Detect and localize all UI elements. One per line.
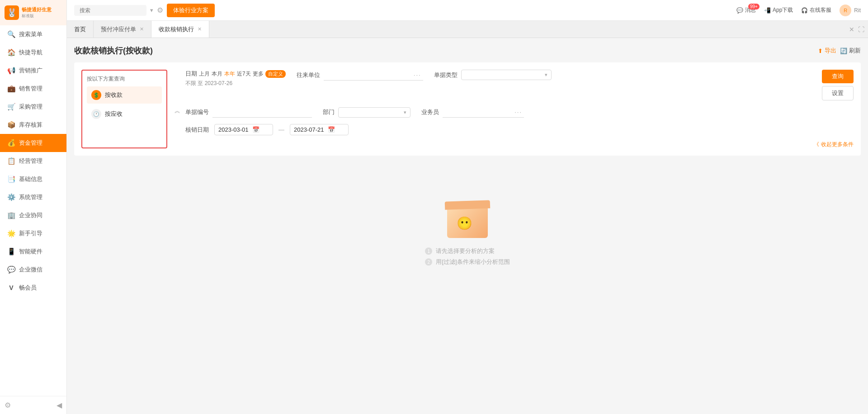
- app-download-btn[interactable]: 📲 App下载: [764, 6, 793, 14]
- doctype-select[interactable]: ▾: [461, 70, 552, 80]
- sidebar-item-label: 企业协同: [19, 211, 42, 219]
- tab-maximize-icon[interactable]: ⛶: [858, 26, 864, 33]
- purchase-icon: 🛒: [7, 103, 15, 111]
- salesperson-input[interactable]: ···: [443, 107, 524, 118]
- user-name: Rit: [854, 7, 861, 14]
- collapse-sidebar-icon[interactable]: ◀: [57, 401, 62, 409]
- sidebar-item-label: 销售管理: [19, 85, 42, 93]
- date-link-last-month[interactable]: 上月: [199, 70, 210, 78]
- industry-btn[interactable]: 体验行业方案: [167, 4, 215, 17]
- sidebar-item-label: 基础信息: [19, 175, 42, 183]
- sidebar-item-label: 系统管理: [19, 193, 42, 201]
- home-icon: 🏠: [7, 48, 15, 57]
- doctype-arrow-icon: ▾: [545, 72, 547, 78]
- sidebar-item-purchase[interactable]: 🛒 采购管理: [0, 98, 66, 116]
- filter-panel: 按以下方案查询 💲 按收款 🕐 按应收 《: [74, 62, 861, 156]
- settings-bottom-icon[interactable]: ⚙: [5, 401, 11, 409]
- settings-button[interactable]: 设置: [822, 86, 854, 100]
- filter-by-receipt[interactable]: 💲 按收款: [87, 86, 162, 104]
- empty-step-1: 1 请先选择要分析的方案: [425, 247, 509, 255]
- verify-date-to-value: 2023-07-21: [294, 126, 324, 133]
- page-title: 收款核销执行(按收款): [74, 45, 153, 56]
- sidebar-item-quick-nav[interactable]: 🏠 快捷导航: [0, 43, 66, 62]
- filter-row-3: 核销日期 2023-03-01 📅 — 2023-07-21 📅: [185, 124, 854, 135]
- sidebar-item-search[interactable]: 🔍 搜索菜单: [0, 25, 66, 43]
- sidebar-item-member[interactable]: V 畅会员: [0, 279, 66, 297]
- header-gear-icon[interactable]: ⚙: [157, 6, 163, 14]
- export-label: 导出: [825, 47, 836, 55]
- sidebar-item-wechat[interactable]: 💬 企业微信: [0, 261, 66, 279]
- sidebar-item-ops[interactable]: 📋 经营管理: [0, 152, 66, 170]
- online-service-btn[interactable]: 🎧 在线客服: [801, 6, 831, 14]
- filter-doctype-field: 单据类型 ▾: [434, 70, 552, 80]
- date-link-7days[interactable]: 近7天: [237, 70, 251, 78]
- tab-close-window-icon[interactable]: ✕: [849, 26, 854, 33]
- tab-actions: ✕ ⛶: [845, 26, 868, 33]
- wechat-icon: 💬: [7, 266, 15, 274]
- tab-prepay-close-icon[interactable]: ✕: [140, 26, 144, 32]
- tab-receipt-verify-close-icon[interactable]: ✕: [198, 26, 202, 32]
- main-area: ▾ ⚙ 体验行业方案 💬 消息 99+ 📲 App下载 🎧 在线客服 R Rit: [67, 0, 868, 414]
- company-search-input[interactable]: [74, 5, 146, 16]
- message-icon: 💬: [736, 7, 743, 14]
- tab-bar: 首页 预付冲应付单 ✕ 收款核销执行 ✕ ✕ ⛶: [67, 21, 868, 38]
- header-right: 💬 消息 99+ 📲 App下载 🎧 在线客服 R Rit: [736, 5, 861, 16]
- filter-date-label-row: 日期 上月 本月 本年 近7天 更多 自定义: [185, 70, 286, 78]
- sidebar-item-sales[interactable]: 💼 销售管理: [0, 80, 66, 98]
- page-title-actions: ⬆ 导出 🔄 刷新: [818, 47, 861, 55]
- tab-home[interactable]: 首页: [67, 21, 94, 38]
- message-badge[interactable]: 💬 消息 99+: [736, 6, 756, 14]
- verify-date-to-input[interactable]: 2023-07-21 📅: [290, 124, 349, 135]
- sidebar-item-finance[interactable]: 💰 资金管理: [0, 134, 66, 152]
- empty-box-lid: [445, 200, 491, 209]
- finance-icon: 💰: [7, 139, 15, 147]
- counterpart-input[interactable]: ···: [324, 70, 423, 81]
- doctype-label: 单据类型: [434, 71, 458, 79]
- app-logo: 🐰 畅捷通好生意 标准版: [0, 0, 66, 25]
- date-label: 日期: [185, 70, 197, 78]
- sidebar-item-base[interactable]: 📑 基础信息: [0, 170, 66, 188]
- collapse-arrow-icon: 《: [814, 141, 819, 148]
- tab-receipt-verify-label: 收款核销执行: [159, 25, 194, 33]
- service-icon: 🎧: [801, 7, 808, 14]
- sidebar-item-label: 智能硬件: [19, 247, 42, 256]
- cal-to-icon: 📅: [328, 126, 335, 133]
- member-icon: V: [7, 284, 15, 291]
- counterpart-label: 往来单位: [297, 71, 320, 79]
- dept-select[interactable]: ▾: [338, 107, 410, 118]
- filter-option-panel: 按以下方案查询 💲 按收款 🕐 按应收: [81, 70, 167, 148]
- docno-input[interactable]: [212, 107, 312, 118]
- sidebar-item-marketing[interactable]: 📢 营销推广: [0, 62, 66, 80]
- verify-date-from-input[interactable]: 2023-03-01 📅: [214, 124, 273, 135]
- panel-collapse-btn[interactable]: 《: [173, 70, 182, 148]
- date-link-more[interactable]: 更多: [253, 70, 264, 78]
- sidebar-item-inventory[interactable]: 📦 库存核算: [0, 116, 66, 134]
- tab-prepay[interactable]: 预付冲应付单 ✕: [94, 21, 151, 38]
- dropdown-arrow-icon[interactable]: ▾: [150, 7, 153, 14]
- sidebar-item-label: 经营管理: [19, 157, 42, 165]
- date-link-this-year[interactable]: 本年: [224, 70, 235, 78]
- date-link-this-month[interactable]: 本月: [212, 70, 222, 78]
- inventory-icon: 📦: [7, 121, 15, 129]
- user-area[interactable]: R Rit: [840, 5, 861, 16]
- export-button[interactable]: ⬆ 导出: [818, 47, 836, 55]
- empty-face: 😶: [457, 216, 472, 231]
- sidebar-item-hardware[interactable]: 📱 智能硬件: [0, 243, 66, 261]
- sidebar-item-system[interactable]: ⚙️ 系统管理: [0, 188, 66, 206]
- query-button[interactable]: 查询: [822, 70, 854, 83]
- sidebar-item-enterprise[interactable]: 🏢 企业协同: [0, 206, 66, 224]
- ops-icon: 📋: [7, 157, 15, 165]
- collapse-more-button[interactable]: 《 收起更多条件: [814, 141, 854, 148]
- counterpart-dots-icon: ···: [414, 71, 421, 78]
- date-display: 不限 至 2023-07-26: [185, 80, 286, 87]
- sidebar-item-label: 采购管理: [19, 103, 42, 111]
- refresh-button[interactable]: 🔄 刷新: [840, 47, 861, 55]
- sidebar-item-guide[interactable]: 🌟 新手引导: [0, 224, 66, 243]
- action-buttons: 查询 设置: [822, 70, 854, 100]
- tab-receipt-verify[interactable]: 收款核销执行 ✕: [151, 21, 209, 38]
- receipt-option-icon: 💲: [91, 90, 101, 100]
- verify-date-label: 核销日期: [185, 126, 209, 134]
- step-2-circle: 2: [425, 258, 432, 266]
- tab-home-label: 首页: [74, 25, 86, 33]
- filter-by-receivable[interactable]: 🕐 按应收: [87, 105, 162, 123]
